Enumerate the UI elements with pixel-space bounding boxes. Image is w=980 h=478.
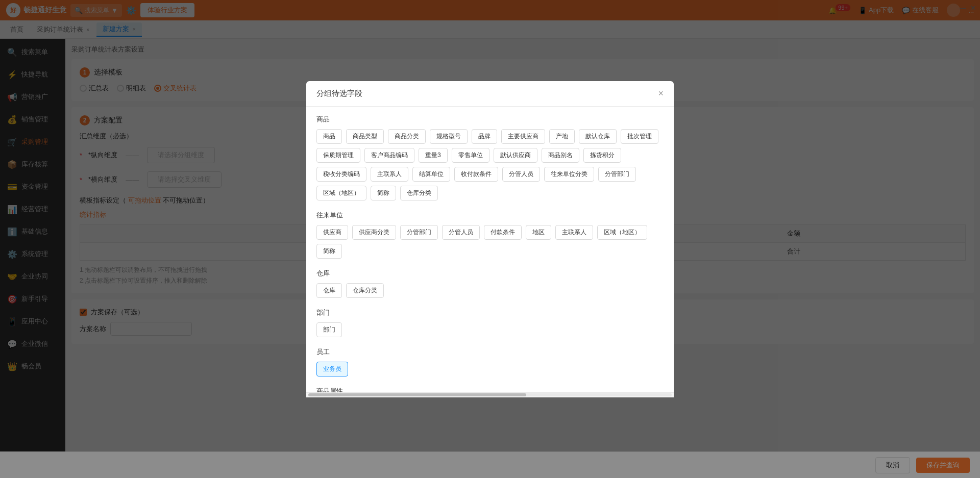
tag-goods-16[interactable]: 税收分类编码 — [316, 167, 366, 182]
dialog-body: 商品 商品 商品类型 商品分类 规格型号 品牌 主要供应商 产地 默认仓库 批次… — [306, 107, 674, 392]
section-goods-title: 商品 — [316, 115, 664, 124]
hscroll-thumb — [308, 393, 526, 396]
dialog: 分组待选字段 × 商品 商品 商品类型 商品分类 规格型号 品牌 主要供应商 产… — [306, 81, 674, 397]
tag-goods-20[interactable]: 分管人员 — [502, 167, 540, 182]
tag-goods-6[interactable]: 产地 — [549, 129, 575, 144]
tag-staff-0[interactable]: 业务员 — [316, 362, 348, 376]
section-warehouse-title: 仓库 — [316, 269, 664, 278]
tag-goods-13[interactable]: 默认供应商 — [494, 148, 537, 163]
tag-goods-0[interactable]: 商品 — [316, 129, 342, 144]
tag-warehouse-0[interactable]: 仓库 — [316, 283, 342, 298]
tag-goods-12[interactable]: 零售单位 — [452, 148, 489, 163]
tag-goods-3[interactable]: 规格型号 — [430, 129, 468, 144]
section-warehouse-tags: 仓库 仓库分类 — [316, 283, 664, 298]
tag-partner-4[interactable]: 付款条件 — [484, 225, 522, 240]
tag-goods-18[interactable]: 结算单位 — [412, 167, 450, 182]
section-partner: 往来单位 供应商 供应商分类 分管部门 分管人员 付款条件 地区 主联系人 区域… — [316, 211, 664, 259]
dialog-close-icon[interactable]: × — [658, 88, 664, 99]
tag-partner-8[interactable]: 简称 — [316, 244, 342, 259]
tag-goods-2[interactable]: 商品分类 — [388, 129, 426, 144]
tag-partner-0[interactable]: 供应商 — [316, 225, 348, 240]
tag-goods-1[interactable]: 商品类型 — [346, 129, 384, 144]
tag-dept-0[interactable]: 部门 — [316, 322, 342, 337]
section-goods-attr: 商品属性 属性 颜色 多规格 尺码 鞋码 1 — [316, 387, 664, 392]
overlay: 分组待选字段 × 商品 商品 商品类型 商品分类 规格型号 品牌 主要供应商 产… — [0, 0, 980, 478]
section-warehouse: 仓库 仓库 仓库分类 — [316, 269, 664, 298]
tag-goods-8[interactable]: 批次管理 — [621, 129, 658, 144]
tag-goods-5[interactable]: 主要供应商 — [501, 129, 545, 144]
tag-partner-1[interactable]: 供应商分类 — [352, 225, 396, 240]
tag-goods-21[interactable]: 往来单位分类 — [544, 167, 594, 182]
tag-goods-25[interactable]: 仓库分类 — [400, 186, 438, 200]
section-goods-attr-title: 商品属性 — [316, 387, 664, 392]
section-partner-title: 往来单位 — [316, 211, 664, 220]
tag-goods-4[interactable]: 品牌 — [472, 129, 497, 144]
dialog-hscroll[interactable] — [306, 392, 674, 397]
tag-goods-19[interactable]: 收付款条件 — [454, 167, 498, 182]
dialog-header: 分组待选字段 × — [306, 81, 674, 107]
section-staff-tags: 业务员 — [316, 362, 664, 376]
tag-partner-6[interactable]: 主联系人 — [555, 225, 593, 240]
tag-partner-5[interactable]: 地区 — [526, 225, 551, 240]
tag-goods-14[interactable]: 商品别名 — [542, 148, 579, 163]
tag-partner-3[interactable]: 分管人员 — [442, 225, 480, 240]
tag-goods-9[interactable]: 保质期管理 — [316, 148, 360, 163]
dialog-title: 分组待选字段 — [316, 89, 362, 98]
tag-goods-11[interactable]: 重量3 — [419, 148, 448, 163]
tag-goods-15[interactable]: 拣货积分 — [583, 148, 621, 163]
tag-goods-23[interactable]: 区域（地区） — [316, 186, 366, 200]
section-goods: 商品 商品 商品类型 商品分类 规格型号 品牌 主要供应商 产地 默认仓库 批次… — [316, 115, 664, 200]
section-dept-title: 部门 — [316, 308, 664, 317]
tag-goods-17[interactable]: 主联系人 — [371, 167, 408, 182]
tag-goods-22[interactable]: 分管部门 — [598, 167, 636, 182]
tag-goods-24[interactable]: 简称 — [371, 186, 396, 200]
section-dept-tags: 部门 — [316, 322, 664, 337]
hscroll-track — [308, 393, 672, 396]
section-staff-title: 员工 — [316, 347, 664, 357]
tag-partner-7[interactable]: 区域（地区） — [597, 225, 647, 240]
tag-goods-7[interactable]: 默认仓库 — [579, 129, 617, 144]
tag-goods-10[interactable]: 客户商品编码 — [364, 148, 414, 163]
section-dept: 部门 部门 — [316, 308, 664, 337]
section-staff: 员工 业务员 — [316, 347, 664, 376]
section-partner-tags: 供应商 供应商分类 分管部门 分管人员 付款条件 地区 主联系人 区域（地区） … — [316, 225, 664, 259]
tag-warehouse-1[interactable]: 仓库分类 — [346, 283, 384, 298]
section-goods-tags: 商品 商品类型 商品分类 规格型号 品牌 主要供应商 产地 默认仓库 批次管理 … — [316, 129, 664, 200]
tag-partner-2[interactable]: 分管部门 — [400, 225, 438, 240]
